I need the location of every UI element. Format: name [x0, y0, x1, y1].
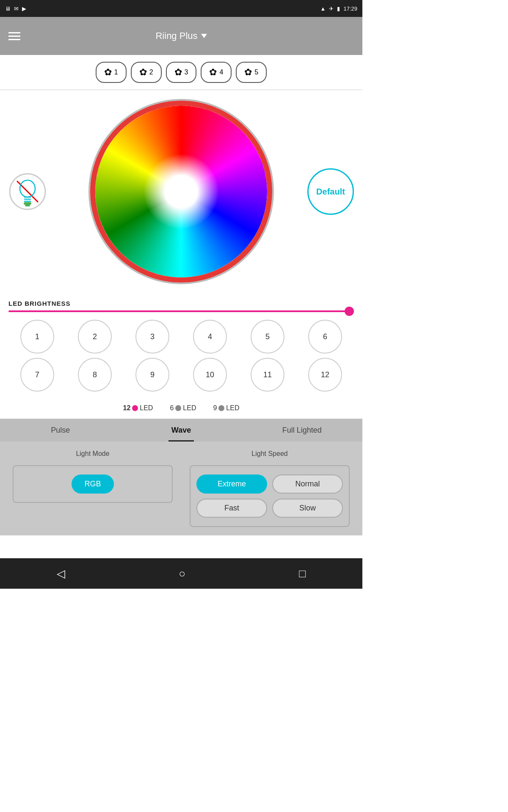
led-2[interactable]: 2: [78, 320, 112, 354]
fan-icon-1: ✿: [104, 67, 112, 78]
led-7[interactable]: 7: [20, 358, 54, 392]
tab-pulse-label: Pulse: [51, 426, 70, 435]
dropdown-arrow-icon[interactable]: [201, 34, 207, 38]
svg-rect-6: [24, 202, 31, 205]
speed-extreme-label: Extreme: [218, 480, 246, 488]
fan-icon-3: ✿: [174, 67, 182, 78]
led-count-6-label: LED: [183, 404, 196, 412]
speed-fast-btn[interactable]: Fast: [196, 499, 267, 518]
fan-label-1: 1: [114, 69, 118, 76]
light-speed-label: Light Speed: [190, 450, 350, 458]
brightness-thumb[interactable]: [345, 307, 354, 316]
led-1[interactable]: 1: [20, 320, 54, 354]
speed-normal-btn[interactable]: Normal: [272, 475, 343, 494]
nav-back-icon: ◁: [57, 567, 65, 580]
status-bar: 🖥 ✉ ▶ ▲ ✈ ▮ 17:29: [0, 0, 362, 17]
led-dot-9: [218, 405, 224, 411]
brightness-slider[interactable]: [8, 310, 354, 312]
led-11[interactable]: 11: [251, 358, 284, 392]
led-count-9-number: 9: [213, 404, 217, 412]
led-9[interactable]: 9: [135, 358, 169, 392]
led-8[interactable]: 8: [78, 358, 112, 392]
speed-normal-label: Normal: [295, 480, 320, 488]
app-title-text: Riing Plus: [155, 30, 197, 41]
color-wheel-inner: [95, 106, 267, 277]
light-speed-group: Light Speed Extreme Normal Fast Slow: [190, 450, 350, 527]
controls-panel: Light Mode RGB Light Speed Extreme Norma…: [0, 442, 362, 535]
wifi-icon: ▲: [320, 5, 326, 12]
fan-icon-4: ✿: [209, 67, 217, 78]
nav-bar: ◁ ○ □: [0, 558, 362, 589]
light-mode-group: Light Mode RGB: [13, 450, 173, 527]
tab-full-lighted-label: Full Lighted: [282, 426, 322, 435]
led-row-1: 1 2 3 4 5 6: [8, 320, 354, 354]
led-3[interactable]: 3: [135, 320, 169, 354]
svg-point-2: [20, 180, 35, 197]
led-row-2: 7 8 9 10 11 12: [8, 358, 354, 392]
speed-extreme-btn[interactable]: Extreme: [196, 475, 267, 494]
play-icon: ▶: [22, 5, 26, 12]
light-mode-box: RGB: [13, 465, 173, 503]
nav-recent-button[interactable]: □: [299, 567, 306, 580]
status-icons-right: ▲ ✈ ▮ 17:29: [320, 5, 357, 12]
airplane-icon: ✈: [329, 5, 334, 12]
fan-icon-5: ✿: [244, 67, 252, 78]
menu-button[interactable]: [8, 32, 20, 40]
tab-wave[interactable]: Wave: [121, 419, 241, 442]
default-label: Default: [316, 187, 345, 197]
nav-recent-icon: □: [299, 567, 306, 580]
app-title: Riing Plus: [155, 30, 207, 41]
light-mode-rgb-btn[interactable]: RGB: [72, 475, 113, 494]
led-count-6-number: 6: [170, 404, 174, 412]
fan-btn-2[interactable]: ✿ 2: [131, 62, 162, 83]
led-6[interactable]: 6: [308, 320, 342, 354]
light-speed-box: Extreme Normal Fast Slow: [190, 465, 350, 527]
led-count-9-label: LED: [226, 404, 239, 412]
screen-icon: 🖥: [5, 5, 11, 12]
fan-label-4: 4: [219, 69, 223, 76]
led-12[interactable]: 12: [308, 358, 342, 392]
fan-label-3: 3: [185, 69, 188, 76]
time-display: 17:29: [343, 5, 357, 12]
led-dot-6: [175, 405, 181, 411]
light-mode-rgb-label: RGB: [84, 480, 101, 488]
speed-slow-btn[interactable]: Slow: [272, 499, 343, 518]
led-count-row: 12 LED 6 LED 9 LED: [0, 400, 362, 419]
mode-tabs: Pulse Wave Full Lighted: [0, 419, 362, 442]
brightness-section: LED BRIGHTNESS: [0, 293, 362, 315]
color-wheel[interactable]: [90, 101, 272, 283]
bulb-icon[interactable]: [8, 173, 47, 211]
fan-btn-4[interactable]: ✿ 4: [201, 62, 232, 83]
nav-home-icon: ○: [179, 567, 185, 580]
brightness-label: LED BRIGHTNESS: [8, 300, 354, 307]
led-4[interactable]: 4: [193, 320, 227, 354]
status-icons-left: 🖥 ✉ ▶: [5, 5, 26, 12]
light-mode-label: Light Mode: [13, 450, 173, 458]
fan-btn-3[interactable]: ✿ 3: [166, 62, 197, 83]
default-button[interactable]: Default: [307, 168, 354, 215]
speed-slow-label: Slow: [299, 504, 316, 512]
nav-back-button[interactable]: ◁: [57, 567, 65, 580]
top-bar: Riing Plus: [0, 17, 362, 55]
tab-full-lighted[interactable]: Full Lighted: [242, 419, 362, 442]
fan-btn-5[interactable]: ✿ 5: [236, 62, 267, 83]
color-wheel-center: [168, 179, 194, 204]
tab-wave-label: Wave: [171, 426, 191, 435]
color-area: Default: [0, 90, 362, 293]
led-count-12[interactable]: 12 LED: [123, 404, 153, 412]
speed-fast-label: Fast: [224, 504, 239, 512]
tab-pulse[interactable]: Pulse: [0, 419, 121, 442]
led-count-6[interactable]: 6 LED: [170, 404, 196, 412]
svg-rect-7: [25, 205, 30, 206]
led-5[interactable]: 5: [251, 320, 284, 354]
led-10[interactable]: 10: [193, 358, 227, 392]
fan-label-2: 2: [149, 69, 153, 76]
fan-icon-2: ✿: [139, 67, 147, 78]
brightness-slider-wrap: [8, 310, 354, 312]
fan-btn-1[interactable]: ✿ 1: [96, 62, 127, 83]
led-count-12-number: 12: [123, 404, 131, 412]
mail-icon: ✉: [14, 5, 19, 12]
fan-label-5: 5: [254, 69, 258, 76]
nav-home-button[interactable]: ○: [179, 567, 185, 580]
led-count-9[interactable]: 9 LED: [213, 404, 239, 412]
